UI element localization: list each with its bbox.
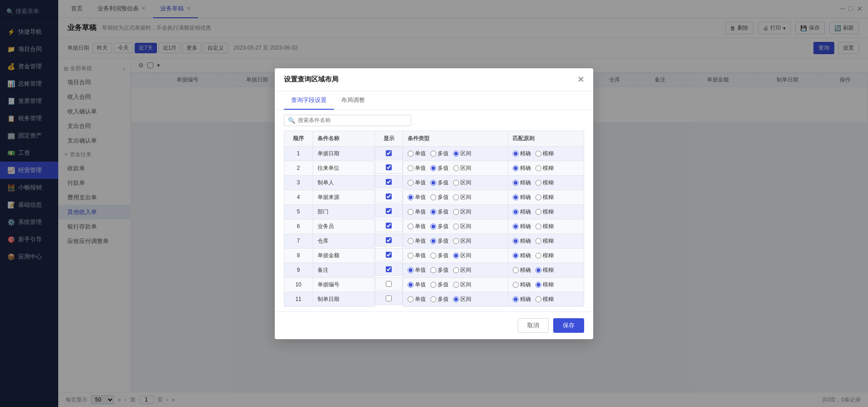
display-checkbox-1[interactable] [386,150,392,156]
radio-range-8[interactable]: 区间 [453,252,471,259]
radio-match-fuzzy-5[interactable]: 模糊 [535,208,554,216]
radio-multi-3[interactable]: 多值 [430,179,449,187]
display-checkbox-3[interactable] [386,179,392,185]
radio-match-fuzzy-11[interactable]: 模糊 [535,295,554,303]
dialog-close-button[interactable]: ✕ [577,75,584,85]
radio-match-fuzzy-8[interactable]: 模糊 [535,252,554,259]
radio-match-exact-9[interactable]: 精确 [513,266,531,274]
radio-match-exact-10[interactable]: 精确 [513,281,531,289]
radio-multi-7[interactable]: 多值 [430,237,449,245]
radio-single-2[interactable]: 单值 [408,164,426,172]
cell-seq-1: 1 [284,146,313,161]
cell-condtype-2: 单值多值区间 [403,161,508,175]
dialog-title: 设置查询区域布局 [284,75,338,84]
dialog-save-button[interactable]: 保存 [553,318,584,333]
display-checkbox-10[interactable] [386,281,392,287]
radio-range-10[interactable]: 区间 [453,281,471,289]
radio-multi-10[interactable]: 多值 [430,281,449,289]
radio-range-2[interactable]: 区间 [453,164,471,172]
display-checkbox-5[interactable] [386,208,392,214]
display-checkbox-6[interactable] [386,223,392,229]
col-condname: 条件名称 [313,131,374,146]
col-matchrule: 匹配原则 [508,131,584,146]
radio-multi-11[interactable]: 多值 [430,295,449,303]
col-condtype: 条件类型 [403,131,508,146]
cell-name-10: 单据编号 [313,277,374,292]
search-input-wrap: 🔍 [284,115,411,126]
cell-seq-9: 9 [284,263,313,277]
radio-match-fuzzy-1[interactable]: 模糊 [535,150,554,158]
radio-single-5[interactable]: 单值 [408,208,426,216]
cell-matchrule-11: 精确模糊 [508,292,584,306]
radio-multi-5[interactable]: 多值 [430,208,449,216]
radio-multi-1[interactable]: 多值 [430,150,449,158]
radio-match-fuzzy-9[interactable]: 模糊 [535,266,554,274]
radio-single-3[interactable]: 单值 [408,179,426,187]
radio-match-exact-4[interactable]: 精确 [513,193,531,201]
dialog-row-6: 6业务员单值多值区间精确模糊 [284,219,584,234]
radio-match-fuzzy-7[interactable]: 模糊 [535,237,554,245]
radio-range-6[interactable]: 区间 [453,223,471,230]
cell-seq-7: 7 [284,234,313,248]
cell-display-1 [375,147,403,160]
radio-range-11[interactable]: 区间 [453,295,471,303]
cell-name-4: 单据来源 [313,190,374,204]
radio-match-fuzzy-6[interactable]: 模糊 [535,223,554,230]
cell-display-10 [375,277,403,290]
radio-range-5[interactable]: 区间 [453,208,471,216]
radio-match-exact-6[interactable]: 精确 [513,223,531,230]
radio-range-9[interactable]: 区间 [453,266,471,274]
radio-match-exact-1[interactable]: 精确 [513,150,531,158]
cell-name-1: 单据日期 [313,146,374,161]
cell-name-7: 仓库 [313,234,374,248]
radio-single-10[interactable]: 单值 [408,281,426,289]
radio-range-3[interactable]: 区间 [453,179,471,187]
radio-multi-9[interactable]: 多值 [430,266,449,274]
display-checkbox-8[interactable] [386,252,392,258]
cell-matchrule-8: 精确模糊 [508,248,584,263]
dialog-header: 设置查询区域布局 ✕ [275,68,593,92]
radio-single-7[interactable]: 单值 [408,237,426,245]
radio-single-6[interactable]: 单值 [408,223,426,230]
col-display: 显示 [374,131,403,146]
radio-single-8[interactable]: 单值 [408,252,426,259]
radio-match-exact-5[interactable]: 精确 [513,208,531,216]
radio-match-fuzzy-10[interactable]: 模糊 [535,281,554,289]
radio-match-fuzzy-3[interactable]: 模糊 [535,179,554,187]
radio-multi-2[interactable]: 多值 [430,164,449,172]
display-checkbox-7[interactable] [386,237,392,243]
radio-match-exact-3[interactable]: 精确 [513,179,531,187]
radio-single-11[interactable]: 单值 [408,295,426,303]
radio-multi-6[interactable]: 多值 [430,223,449,230]
cell-condtype-9: 单值多值区间 [403,263,508,277]
radio-range-4[interactable]: 区间 [453,193,471,201]
display-checkbox-2[interactable] [386,164,392,170]
radio-match-exact-11[interactable]: 精确 [513,295,531,303]
radio-range-7[interactable]: 区间 [453,237,471,245]
dialog-table-body: 1单据日期单值多值区间精确模糊2往来单位单值多值区间精确模糊3制单人单值多值区间… [284,146,584,306]
radio-single-1[interactable]: 单值 [408,150,426,158]
cancel-button[interactable]: 取消 [518,318,549,333]
radio-match-fuzzy-4[interactable]: 模糊 [535,193,554,201]
display-checkbox-11[interactable] [386,295,392,301]
radio-range-1[interactable]: 区间 [453,150,471,158]
radio-match-fuzzy-2[interactable]: 模糊 [535,164,554,172]
tab-layout[interactable]: 布局调整 [334,92,372,110]
cell-matchrule-7: 精确模糊 [508,234,584,248]
tab-field-settings[interactable]: 查询字段设置 [284,92,334,110]
radio-match-exact-7[interactable]: 精确 [513,237,531,245]
cell-name-11: 制单日期 [313,292,374,306]
radio-match-exact-8[interactable]: 精确 [513,252,531,259]
dialog-table-header: 顺序 条件名称 显示 条件类型 匹配原则 [284,131,584,146]
dialog-row-7: 7仓库单值多值区间精确模糊 [284,234,584,248]
radio-multi-8[interactable]: 多值 [430,252,449,259]
radio-single-4[interactable]: 单值 [408,193,426,201]
cell-seq-2: 2 [284,161,313,175]
radio-multi-4[interactable]: 多值 [430,193,449,201]
cell-matchrule-4: 精确模糊 [508,190,584,204]
display-checkbox-4[interactable] [386,193,392,199]
radio-single-9[interactable]: 单值 [408,266,426,274]
dialog-search-input[interactable] [298,117,407,123]
radio-match-exact-2[interactable]: 精确 [513,164,531,172]
display-checkbox-9[interactable] [386,266,392,272]
